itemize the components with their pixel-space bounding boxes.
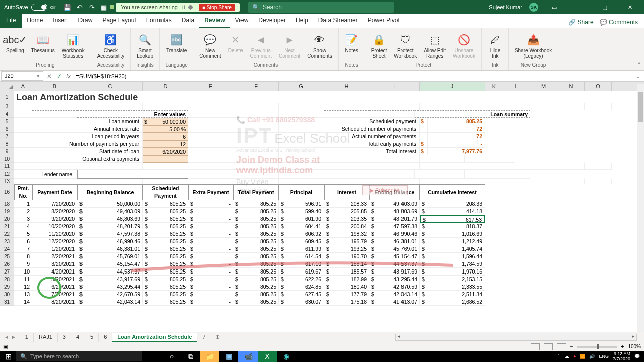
maximize-button[interactable]: ▢ (596, 0, 614, 14)
tray-wifi-icon[interactable]: 📶 (580, 354, 585, 359)
sheet-tab[interactable]: RAJ1 (34, 333, 58, 342)
row-header[interactable]: 1 (0, 91, 14, 103)
zoom-icon[interactable]: 📹 (238, 351, 258, 362)
col-header-D[interactable]: D (143, 82, 188, 90)
col-header-B[interactable]: B (32, 82, 77, 90)
col-header-J[interactable]: J (420, 82, 485, 90)
row-header[interactable]: 23 (0, 238, 14, 245)
row-header[interactable]: 22 (0, 230, 14, 238)
cortana-icon[interactable]: ○ (162, 351, 181, 362)
tray-onedrive-icon[interactable]: ☁ (565, 354, 569, 359)
collapse-ribbon-icon[interactable]: ˄ (638, 62, 641, 68)
sheet-tab[interactable]: Loan Amortization Schedule (112, 333, 197, 342)
zoom-in-button[interactable]: + (621, 344, 624, 349)
row-header[interactable]: 27 (0, 268, 14, 276)
sheet-tab[interactable]: 5 (85, 333, 99, 342)
tab-nav-prev-icon[interactable]: ◄ (4, 334, 9, 340)
menu-tab-review[interactable]: Review (199, 14, 230, 28)
ribbon-smart-lookup[interactable]: 🔍SmartLookup (134, 32, 156, 60)
col-header-A[interactable]: A (14, 82, 32, 90)
row-header[interactable]: 12 (0, 170, 14, 179)
minimize-button[interactable]: — (571, 0, 589, 14)
explorer-icon[interactable]: 📁 (200, 351, 219, 362)
taskview-icon[interactable]: ⧉ (181, 351, 200, 362)
row-header[interactable]: 11 (0, 163, 14, 170)
zoom-out-button[interactable]: − (570, 344, 573, 349)
normal-view-icon[interactable] (531, 343, 540, 350)
tray-lang-icon[interactable]: ENG (599, 354, 609, 359)
tray-rec-icon[interactable]: ● (573, 354, 576, 359)
sheet-tab[interactable]: 3 (58, 333, 71, 342)
menu-tab-view[interactable]: View (230, 14, 254, 28)
ribbon-thesaurus[interactable]: 📖Thesaurus (28, 32, 58, 54)
menu-tab-draw[interactable]: Draw (73, 14, 97, 28)
row-header[interactable]: 18 (0, 200, 14, 208)
ribbon-share-workbook-(legacy)[interactable]: 📤Share Workbook(Legacy) (512, 32, 555, 60)
row-header[interactable]: 26 (0, 260, 14, 268)
fx-icon[interactable]: fx (64, 73, 73, 80)
row-header[interactable]: 21 (0, 223, 14, 230)
row-header[interactable]: 13 (0, 179, 14, 184)
add-sheet-button[interactable]: ⊕ (211, 333, 224, 341)
formula-input[interactable]: =SUM($H$18:$H20) (73, 72, 633, 80)
pagelayout-view-icon[interactable] (544, 343, 553, 350)
row-header[interactable]: 25 (0, 253, 14, 260)
tray-chevron-icon[interactable]: ˄ (558, 354, 560, 359)
col-header-K[interactable]: K (485, 82, 503, 90)
expand-formula-icon[interactable]: ⌄ (633, 73, 644, 80)
tray-volume-icon[interactable]: 🔊 (589, 354, 595, 359)
menu-tab-page-layout[interactable]: Page Layout (97, 14, 141, 28)
tray-clock[interactable]: 9:13 AM7/7/2020 (613, 351, 630, 361)
ribbon-workbook-statistics[interactable]: 📊WorkbookStatistics (59, 32, 88, 60)
record-macro-icon[interactable]: ▣ (3, 344, 8, 349)
row-header[interactable]: 6 (0, 125, 14, 133)
menu-tab-data[interactable]: Data (177, 14, 199, 28)
horizontal-scrollbar[interactable] (395, 334, 637, 341)
row-header[interactable]: 19 (0, 208, 14, 215)
menu-tab-data-streamer[interactable]: Data Streamer (313, 14, 363, 28)
search-input[interactable]: 🔍 Search (248, 2, 394, 13)
sheet-tab[interactable]: 4 (71, 333, 85, 342)
ribbon-protect-sheet[interactable]: 🔒ProtectSheet (368, 32, 390, 60)
taskbar-search[interactable]: 🔍Type here to search (16, 351, 142, 361)
tray-notifications-icon[interactable]: 💬 (634, 354, 640, 359)
stop-share-button[interactable]: ■ Stop Share (199, 4, 235, 11)
col-header-C[interactable]: C (77, 82, 143, 90)
redo-icon[interactable]: ↷ (88, 3, 96, 11)
ribbon-allow-edit-ranges[interactable]: ⬚Allow EditRanges (421, 32, 449, 60)
excel-icon[interactable]: X (258, 351, 277, 362)
close-button[interactable]: ✕ (621, 0, 639, 14)
row-header[interactable]: 5 (0, 118, 14, 125)
ribbon-hide-ink[interactable]: 🖊HideInk (485, 32, 505, 60)
start-button[interactable]: ⊞ (0, 351, 16, 362)
row-header[interactable]: 28 (0, 276, 14, 283)
row-header[interactable]: 10 (0, 155, 14, 163)
ribbon-spelling[interactable]: abc✓Spelling (3, 32, 27, 54)
row-header[interactable]: 7 (0, 133, 14, 140)
pagebreak-view-icon[interactable] (557, 343, 566, 350)
sheet-tab[interactable]: 7 (197, 333, 211, 342)
row-header[interactable]: 9 (0, 148, 14, 155)
edge-icon[interactable]: ◉ (277, 351, 296, 362)
row-header[interactable]: 24 (0, 245, 14, 253)
qat-grid-icon[interactable]: ▦ (100, 3, 108, 11)
col-header-G[interactable]: G (279, 82, 324, 90)
col-header-H[interactable]: H (324, 82, 369, 90)
row-header[interactable]: 30 (0, 291, 14, 298)
row-header[interactable]: 31 (0, 298, 14, 306)
worksheet-grid[interactable]: 1Loan Amortization Schedule34Enter value… (0, 91, 644, 306)
menu-tab-help[interactable]: Help (291, 14, 313, 28)
col-header-L[interactable]: L (503, 82, 530, 90)
cancel-formula-icon[interactable]: ✕ (44, 73, 54, 80)
row-header[interactable]: 4 (0, 110, 14, 118)
ribbon-notes[interactable]: 📝Notes (342, 32, 362, 54)
menu-tab-file[interactable]: File (0, 14, 22, 28)
share-button[interactable]: 🔗 Share (568, 19, 593, 26)
select-all-corner[interactable] (0, 82, 14, 90)
zoom-slider[interactable] (577, 346, 617, 348)
vertical-scrollbar[interactable] (637, 84, 644, 332)
ribbon-new-comment[interactable]: 💬NewComment (196, 32, 224, 60)
col-header-E[interactable]: E (188, 82, 233, 90)
comments-button[interactable]: 💬 Comments (600, 19, 638, 26)
ribbon-show-comments[interactable]: 👁ShowComments (304, 32, 335, 60)
